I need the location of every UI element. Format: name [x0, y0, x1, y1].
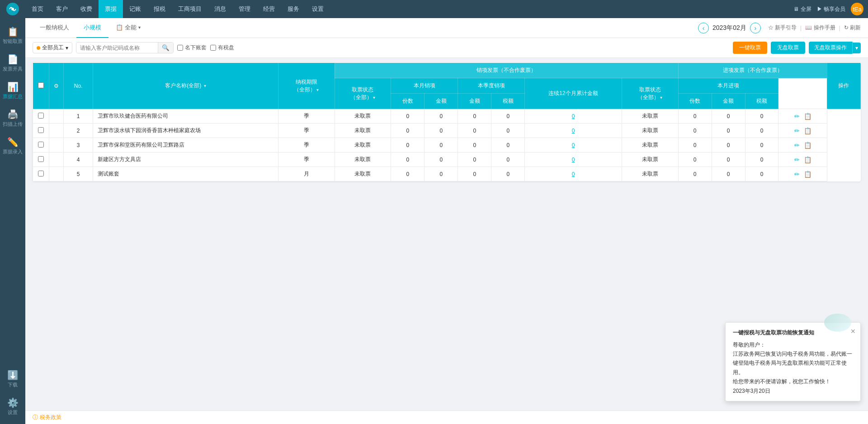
sidebar-item-scan-upload[interactable]: 🖨️ 扫描上传	[1, 105, 24, 131]
manual-btn[interactable]: 📖 操作手册	[805, 24, 835, 32]
row-actions: ✏ 📋	[778, 152, 827, 167]
row-period: 月	[278, 167, 335, 181]
nav-service[interactable]: 服务	[281, 0, 306, 18]
row-edit-icon[interactable]: ✏	[794, 142, 800, 149]
row-checkbox[interactable]	[38, 156, 44, 162]
select-all-checkbox[interactable]	[38, 82, 44, 88]
nav-home[interactable]: 首页	[25, 0, 50, 18]
row-sales-month-count: 0	[391, 138, 425, 152]
fullscreen-btn[interactable]: 🖥 全屏	[793, 5, 811, 13]
th-sales-month: 本月销项	[391, 78, 458, 94]
employee-filter[interactable]: 全部员工 ▾	[33, 42, 72, 53]
row-sales-12month[interactable]: 0	[525, 124, 622, 138]
sidebar-item-ticket-summary[interactable]: 📊 票据汇总	[1, 78, 24, 104]
th-purchase-month-amount: 金额	[712, 94, 745, 109]
sales-status-filter-icon[interactable]: ▾	[373, 95, 375, 100]
row-actions: ✏ 📋	[778, 138, 827, 152]
row-period: 季	[278, 109, 335, 124]
row-purchase-month-tax: 0	[745, 167, 778, 181]
customer-filter-icon[interactable]: ▾	[204, 83, 206, 88]
row-customer-name: 卫辉市玖玖健合医药有限公司	[93, 109, 278, 124]
row-view-icon[interactable]: 📋	[804, 171, 811, 178]
tax-filter-checkbox[interactable]	[210, 45, 216, 51]
tax-policy-link[interactable]: 税务政策	[40, 414, 61, 421]
row-sales-12month[interactable]: 0	[525, 138, 622, 152]
period-filter-icon[interactable]: ▾	[316, 87, 319, 92]
refresh-btn[interactable]: ↻ 刷新	[844, 24, 861, 32]
nav-operation[interactable]: 经营	[257, 0, 281, 18]
row-sales-season-tax: 0	[491, 152, 525, 167]
row-view-icon[interactable]: 📋	[804, 156, 811, 163]
row-view-icon[interactable]: 📋	[804, 113, 811, 120]
scan-upload-icon: 🖨️	[7, 109, 19, 120]
th-settings: ⚙	[49, 63, 64, 109]
nav-customer[interactable]: 客户	[50, 0, 74, 18]
row-checkbox[interactable]	[38, 127, 44, 133]
account-filter-checkbox[interactable]	[177, 45, 183, 51]
row-purchase-month-count: 0	[678, 124, 712, 138]
th-sales-12month-label: 连续12个月累计金额	[525, 78, 622, 109]
nav-settings[interactable]: 设置	[306, 0, 330, 18]
sidebar-item-config[interactable]: ⚙️ 设置	[1, 394, 24, 419]
row-sales-12month[interactable]: 0	[525, 167, 622, 181]
th-purchase-group: 进项发票（不合作废票）	[678, 63, 827, 78]
nav-ticket[interactable]: 票据	[99, 0, 123, 18]
row-view-icon[interactable]: 📋	[804, 127, 811, 134]
row-sales-month-amount: 0	[425, 109, 458, 124]
one-click-btn[interactable]: 一键取票	[733, 42, 767, 54]
newbie-guide-btn[interactable]: ☆ 新手引导	[768, 24, 797, 32]
tab-general-taxpayer[interactable]: 一般纳税人	[33, 18, 76, 38]
nav-accounting[interactable]: 记账	[123, 0, 147, 18]
nav-fee[interactable]: 收费	[74, 0, 99, 18]
row-checkbox[interactable]	[38, 142, 44, 148]
purchase-status-filter-icon[interactable]: ▾	[660, 95, 662, 100]
tab-all-capable[interactable]: 📋 全能 ▾	[108, 18, 148, 38]
sidebar-item-invoice-open[interactable]: 📄 发票开具	[1, 50, 24, 76]
row-purchase-status: 未取票	[622, 124, 678, 138]
no-disk-ops-btn[interactable]: 无盘取票操作	[809, 42, 853, 54]
tab-small-scale[interactable]: 小规模	[76, 18, 108, 38]
account-filter-label[interactable]: 名下账套	[177, 44, 207, 52]
nav-manage[interactable]: 管理	[232, 0, 257, 18]
row-settings-cell	[49, 152, 64, 167]
settings-icon[interactable]: ⚙	[54, 83, 59, 89]
row-edit-icon[interactable]: ✏	[794, 156, 800, 163]
period-next-btn[interactable]: ›	[750, 23, 761, 33]
toolbar-right: 一键取票 无盘取票 无盘取票操作 ▾	[733, 42, 861, 54]
row-edit-icon[interactable]: ✏	[794, 113, 800, 120]
row-sales-12month[interactable]: 0	[525, 109, 622, 124]
nav-tax[interactable]: 报税	[147, 0, 172, 18]
notification-apology: 给您带来的不便请谅解，祝您工作愉快！	[733, 377, 853, 386]
sidebar-item-download[interactable]: ⬇️ 下载	[1, 366, 24, 392]
row-view-icon[interactable]: 📋	[804, 142, 811, 149]
no-disk-btn[interactable]: 无盘取票	[771, 42, 805, 54]
avatar[interactable]: tEa	[851, 3, 863, 15]
tax-filter-label[interactable]: 有税盘	[210, 44, 234, 52]
sidebar-item-ticket-entry[interactable]: ✏️ 票据录入	[1, 133, 24, 159]
row-number: 3	[64, 138, 93, 152]
row-purchase-status: 未取票	[622, 167, 678, 181]
row-settings-cell	[49, 138, 64, 152]
row-checkbox[interactable]	[38, 113, 44, 119]
row-number: 4	[64, 152, 93, 167]
row-checkbox[interactable]	[38, 171, 44, 176]
th-customer-name: 客户名称(全部) ▾	[93, 63, 278, 109]
logo	[5, 1, 21, 17]
notification-close-btn[interactable]: ✕	[850, 326, 856, 337]
notification-scroll[interactable]: 尊敬的用户： 江苏政务网已恢复访问电子税务局功能，易代账一键登陆电子税务局与无盘…	[733, 340, 853, 395]
no-disk-ops-arrow[interactable]: ▾	[853, 43, 861, 53]
row-sales-month-count: 0	[391, 124, 425, 138]
notification-greeting: 尊敬的用户：	[733, 340, 853, 349]
nav-right: 🖥 全屏 ▶ 畅享会员 tEa	[793, 3, 863, 15]
row-edit-icon[interactable]: ✏	[794, 171, 800, 178]
nav-message[interactable]: 消息	[208, 0, 232, 18]
row-edit-icon[interactable]: ✏	[794, 127, 800, 134]
search-input[interactable]	[76, 43, 158, 53]
nav-business[interactable]: 工商项目	[172, 0, 208, 18]
search-btn[interactable]: 🔍	[158, 43, 173, 53]
row-sales-12month[interactable]: 0	[525, 152, 622, 167]
period-prev-btn[interactable]: ‹	[698, 23, 709, 33]
row-settings-cell	[49, 109, 64, 124]
member-btn[interactable]: ▶ 畅享会员	[817, 5, 845, 13]
sidebar-item-smart-ticket[interactable]: 📋 智能取票	[1, 23, 24, 48]
